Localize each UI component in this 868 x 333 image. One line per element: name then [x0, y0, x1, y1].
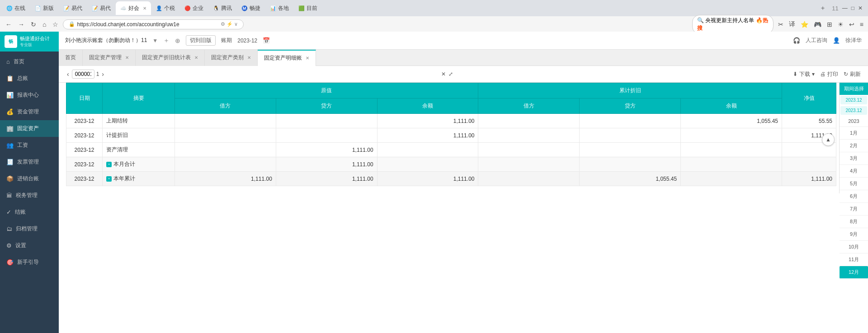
row-orig-balance-4: 1,111.00	[377, 172, 478, 186]
next-page-button[interactable]: ›	[101, 70, 105, 79]
scroll-up-button[interactable]: ▲	[822, 133, 835, 146]
translate-icon[interactable]: 译	[788, 19, 796, 29]
period-item-2[interactable]: 2月	[840, 140, 868, 152]
sidebar-item-reports[interactable]: 📊报表中心	[0, 87, 59, 103]
game-icon[interactable]: 🎮	[813, 20, 822, 29]
period-item-11[interactable]: 11月	[840, 253, 868, 266]
period-item-1[interactable]: 1月	[840, 127, 868, 140]
browser-search[interactable]: 🔍 央视更新主持人名单 🔥热搜	[692, 15, 774, 34]
sidebar-item-invoice[interactable]: 🧾发票管理	[0, 154, 59, 170]
print-button[interactable]: 🖨 打印	[820, 70, 838, 78]
row-orig-debit-1	[175, 128, 276, 143]
menu-icon[interactable]: ≡	[859, 20, 864, 29]
close-button[interactable]: ✕	[858, 5, 863, 11]
period-item-6[interactable]: 6月	[840, 190, 868, 203]
sidebar-item-ledger[interactable]: 📋总账	[0, 70, 59, 87]
service-label[interactable]: 人工咨询	[806, 37, 827, 44]
grid-icon[interactable]: ⊞	[826, 20, 833, 29]
row-summary-2: 资产清理	[106, 146, 128, 153]
browser-tab-t8[interactable]: 🐧腾讯	[208, 1, 236, 15]
switch-version-button[interactable]: 切到旧版	[186, 35, 216, 46]
page-tab-close-fixed_asset_mgmt[interactable]: ✕	[125, 55, 129, 60]
browser-tab-t11[interactable]: 🟩目前	[294, 1, 322, 15]
sidebar-item-closing[interactable]: ✓结账	[0, 204, 59, 220]
main-table: 日期 摘要 原值 累计折旧 净值 借方 贷方 余额 借方	[66, 83, 836, 186]
period-item-10[interactable]: 10月	[840, 241, 868, 253]
period-item-8[interactable]: 8月	[840, 216, 868, 228]
bookmark-button[interactable]: ☆	[51, 20, 60, 29]
page-tab-depreciation_stat[interactable]: 固定资产折旧统计表✕	[136, 50, 205, 66]
logo-text: 畅	[9, 38, 13, 45]
page-number-input[interactable]	[72, 70, 94, 79]
nav-label-invoice: 发票管理	[17, 158, 39, 166]
settings-icon[interactable]: ☀	[837, 20, 844, 29]
page-tab-label-asset_detail: 固定资产明细账	[264, 54, 302, 62]
calendar-icon[interactable]: 📅	[263, 37, 270, 44]
address-bar[interactable]: 🔒 https://cloud.chanjet.com/accounting/u…	[63, 19, 244, 29]
row-orig-balance-3	[377, 157, 478, 172]
refresh-button[interactable]: ↻ 刷新	[844, 70, 861, 78]
app-topbar: 刘小艳演示账套（勿删勿动！）11 ▼ ＋ ⊕ 切到旧版 账期 2023-12 📅…	[59, 32, 868, 50]
forward-button[interactable]: →	[16, 20, 26, 29]
row-acc-debit-1	[478, 128, 580, 143]
add-account-icon[interactable]: ＋	[163, 37, 170, 45]
new-tab-button[interactable]: ＋	[818, 3, 828, 13]
browser-tab-t9[interactable]: Ⓜ️畅捷	[237, 1, 265, 15]
sidebar-item-archive[interactable]: 🗂归档管理	[0, 220, 59, 237]
sidebar-item-settings[interactable]: ⚙设置	[0, 237, 59, 254]
period-item-7[interactable]: 7月	[840, 203, 868, 216]
back-button[interactable]: ←	[4, 20, 14, 29]
row-acc-debit-3	[478, 157, 580, 172]
period-item-3[interactable]: 3月	[840, 152, 868, 165]
row-net-value-3	[782, 157, 836, 172]
reload-button[interactable]: ↻	[29, 20, 38, 29]
close-content-button[interactable]: ✕	[441, 71, 446, 77]
browser-tab-t5[interactable]: ☁️好会✕	[116, 1, 151, 15]
undo-icon[interactable]: ↩	[848, 20, 855, 29]
browser-tab-t7[interactable]: 🔴企业	[180, 1, 208, 15]
table-row-1: 2023-12 计提折旧 1,111.00 1,111.00	[66, 128, 836, 143]
page-tab-close-depreciation_stat[interactable]: ✕	[194, 55, 198, 60]
page-separator: 1	[96, 71, 99, 77]
row-summary-cell-4: +本年累计	[103, 172, 175, 186]
sidebar-item-funds[interactable]: 💰资金管理	[0, 103, 59, 120]
browser-tab-t4[interactable]: 📝易代	[87, 1, 115, 15]
download-button[interactable]: ⬇ 下载 ▾	[793, 70, 815, 78]
sidebar-item-tax[interactable]: 🏛税务管理	[0, 187, 59, 204]
th-summary: 摘要	[103, 83, 175, 114]
sidebar-item-guide[interactable]: 🎯新手引导	[0, 254, 59, 271]
prev-page-button[interactable]: ‹	[66, 70, 70, 79]
period-item-12[interactable]: 12月	[840, 266, 868, 279]
page-tab-fixed_asset_mgmt[interactable]: 固定资产管理✕	[83, 50, 136, 66]
browser-tab-t1[interactable]: 🌐在线	[2, 1, 30, 15]
browser-tab-t3[interactable]: 📝易代	[59, 1, 87, 15]
star-icon[interactable]: ⭐	[800, 20, 809, 29]
nav-icon-ledger: 📋	[6, 75, 14, 82]
browser-tab-t2[interactable]: 📄新版	[30, 1, 58, 15]
page-tab-asset_detail[interactable]: 固定资产明细账✕	[258, 50, 316, 66]
sidebar-item-stock[interactable]: 📦进销台账	[0, 170, 59, 187]
page-tab-home[interactable]: 首页	[59, 50, 83, 66]
sidebar-item-home[interactable]: ⌂首页	[0, 53, 59, 70]
expand-button[interactable]: ⤢	[448, 71, 453, 77]
period-item-2023[interactable]: 2023	[840, 116, 868, 127]
home-button[interactable]: ⌂	[41, 20, 48, 29]
user-label[interactable]: 徐泽华	[845, 37, 862, 44]
browser-tab-t6[interactable]: 👤个税	[151, 1, 179, 15]
maximize-button[interactable]: □	[851, 5, 854, 11]
page-tab-label-asset_category: 固定资产类别	[211, 54, 244, 61]
nav-icon-archive: 🗂	[6, 225, 12, 232]
period-item-4[interactable]: 4月	[840, 165, 868, 178]
page-tab-close-asset_detail[interactable]: ✕	[306, 56, 309, 61]
tab-close-icon[interactable]: ✕	[143, 6, 146, 11]
period-item-9[interactable]: 9月	[840, 228, 868, 241]
sidebar-item-fixed_assets[interactable]: 🏢固定资产	[0, 120, 59, 137]
scissors-icon[interactable]: ✂	[777, 20, 784, 29]
sidebar-item-payroll[interactable]: 👥工资	[0, 137, 59, 154]
page-tab-close-asset_category[interactable]: ✕	[247, 55, 251, 60]
minimize-button[interactable]: —	[842, 5, 848, 11]
period-item-5[interactable]: 5月	[840, 178, 868, 190]
browser-tab-t10[interactable]: 📊各地	[265, 1, 293, 15]
page-tab-asset_category[interactable]: 固定资产类别✕	[205, 50, 258, 66]
settings-icon[interactable]: ⊕	[175, 37, 180, 44]
